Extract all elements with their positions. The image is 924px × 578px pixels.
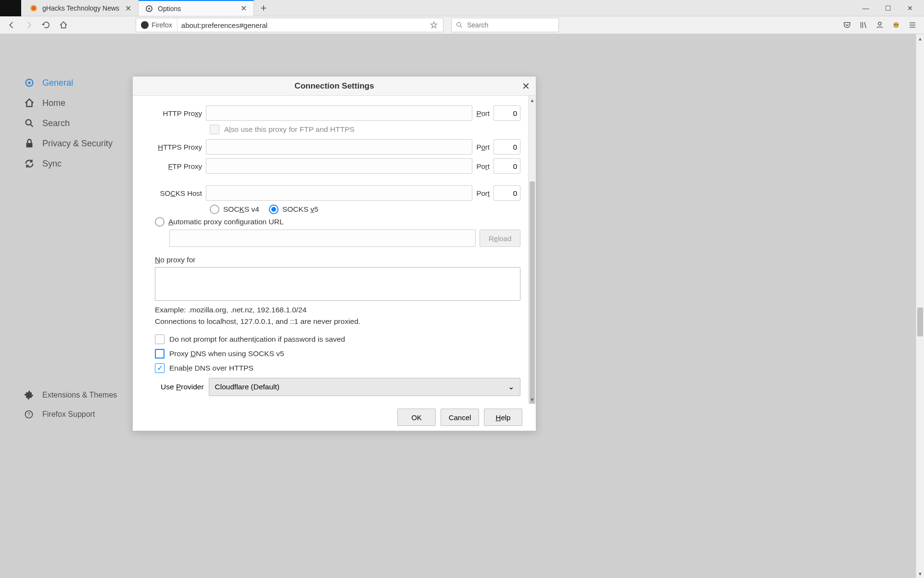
search-bar[interactable] xyxy=(451,18,559,32)
identity-label: Firefox xyxy=(152,21,172,29)
proxy-dns-label: Proxy DNS when using SOCKS v5 xyxy=(169,349,284,358)
star-icon xyxy=(430,21,438,29)
ok-button[interactable]: OK xyxy=(397,409,436,426)
cancel-button[interactable]: Cancel xyxy=(441,409,479,426)
url-bar[interactable]: Firefox xyxy=(136,18,443,32)
dialog-title: Connection Settings xyxy=(294,81,374,91)
favicon-icon xyxy=(30,4,38,12)
chevron-down-icon: ⌄ xyxy=(508,383,514,391)
svg-point-1 xyxy=(31,6,36,11)
socks-version-row: SOCKS v4 SOCKS v5 xyxy=(210,205,520,214)
back-button[interactable] xyxy=(4,17,19,33)
scroll-down-arrow-icon[interactable]: ▼ xyxy=(529,395,536,404)
tab-ghacks[interactable]: gHacks Technology News ✕ xyxy=(23,0,139,16)
ftp-port-input[interactable] xyxy=(494,158,520,174)
auto-proxy-config-label: Automatic proxy configuration URL xyxy=(168,218,284,226)
tab-close-icon[interactable]: ✕ xyxy=(125,4,131,13)
dialog-header: Connection Settings ✕ xyxy=(133,77,536,96)
firefox-logo-icon xyxy=(141,21,149,29)
no-prompt-auth-row: Do not prompt for authentication if pass… xyxy=(155,334,520,344)
ftp-proxy-row: FTP Proxy Port xyxy=(146,158,520,174)
socks-v4-radio[interactable] xyxy=(210,205,219,214)
https-proxy-row: HTTPS Proxy Port xyxy=(146,139,520,154)
forward-button[interactable] xyxy=(21,17,37,33)
provider-value: Cloudflare (Default) xyxy=(215,383,279,391)
close-window-button[interactable]: ✕ xyxy=(899,0,921,16)
monkey-icon xyxy=(892,21,900,29)
no-proxy-textarea[interactable] xyxy=(155,267,520,301)
dialog-body: HTTP Proxy Port Also use this proxy for … xyxy=(133,96,536,404)
content-area: General Home Search Privacy & Security S… xyxy=(0,34,924,578)
auto-proxy-url-row: Reload xyxy=(169,230,520,247)
tab-title: gHacks Technology News xyxy=(42,4,121,12)
new-tab-button[interactable]: + xyxy=(254,0,273,16)
also-use-proxy-checkbox[interactable] xyxy=(210,125,219,134)
tab-close-icon[interactable]: ✕ xyxy=(240,4,247,13)
library-icon xyxy=(859,21,868,29)
proxy-dns-checkbox[interactable] xyxy=(155,349,165,359)
minimize-button[interactable]: — xyxy=(855,0,877,16)
page-scrollbar[interactable]: ▲ ▼ xyxy=(916,34,924,578)
search-input[interactable] xyxy=(467,21,555,29)
https-port-label: Port xyxy=(472,143,494,151)
proxy-dns-row: Proxy DNS when using SOCKS v5 xyxy=(155,349,520,359)
home-button[interactable] xyxy=(56,17,71,33)
dialog-footer: OK Cancel Help xyxy=(133,404,536,431)
http-port-input[interactable] xyxy=(494,105,520,121)
url-input[interactable] xyxy=(177,21,425,29)
svg-point-3 xyxy=(148,8,150,10)
provider-select[interactable]: Cloudflare (Default) ⌄ xyxy=(209,378,520,396)
auto-proxy-config-row: Automatic proxy configuration URL xyxy=(155,217,520,227)
scroll-up-arrow-icon[interactable]: ▲ xyxy=(916,34,924,43)
reload-button[interactable] xyxy=(38,17,54,33)
svg-point-4 xyxy=(457,23,461,26)
bookmark-star-button[interactable] xyxy=(425,21,443,29)
help-button[interactable]: Help xyxy=(484,409,522,426)
library-button[interactable] xyxy=(856,17,871,33)
provider-row: Use Provider Cloudflare (Default) ⌄ xyxy=(161,378,520,396)
ftp-proxy-input[interactable] xyxy=(206,158,472,174)
account-icon xyxy=(875,21,884,29)
svg-point-7 xyxy=(895,24,896,25)
extension-button[interactable] xyxy=(888,17,904,33)
account-button[interactable] xyxy=(872,17,887,33)
scroll-up-arrow-icon[interactable]: ▲ xyxy=(529,96,536,104)
dialog-close-button[interactable]: ✕ xyxy=(522,80,530,92)
use-provider-label: Use Provider xyxy=(161,383,204,391)
no-proxy-localhost-note: Connections to localhost, 127.0.0.1, and… xyxy=(155,317,520,326)
http-proxy-input[interactable] xyxy=(206,105,472,121)
socks-host-row: SOCKS Host Port xyxy=(146,185,520,201)
auto-proxy-config-radio[interactable] xyxy=(155,217,165,227)
http-proxy-row: HTTP Proxy Port xyxy=(146,105,520,121)
tab-options[interactable]: Options ✕ xyxy=(139,0,254,16)
socks-host-input[interactable] xyxy=(206,185,472,201)
scroll-down-arrow-icon[interactable]: ▼ xyxy=(916,569,924,578)
auto-proxy-url-input[interactable] xyxy=(169,230,476,247)
maximize-button[interactable]: ☐ xyxy=(877,0,899,16)
socks-port-input[interactable] xyxy=(494,185,520,201)
also-use-proxy-checkbox-row: Also use this proxy for FTP and HTTPS xyxy=(210,125,520,134)
https-proxy-input[interactable] xyxy=(206,139,472,154)
socks-v5-radio[interactable] xyxy=(269,205,278,214)
no-prompt-auth-checkbox[interactable] xyxy=(155,334,165,344)
ftp-port-label: Port xyxy=(472,162,494,170)
pocket-button[interactable] xyxy=(839,17,855,33)
tab-bar: gHacks Technology News ✕ Options ✕ + xyxy=(0,0,855,16)
svg-point-6 xyxy=(893,22,899,28)
dialog-scrollbar[interactable]: ▲ ▼ xyxy=(528,96,536,404)
svg-point-8 xyxy=(897,24,898,25)
http-proxy-label: HTTP Proxy xyxy=(146,109,206,117)
ftp-proxy-label: FTP Proxy xyxy=(146,162,206,170)
also-use-proxy-label: Also use this proxy for FTP and HTTPS xyxy=(224,125,354,134)
app-menu-button[interactable] xyxy=(905,17,920,33)
https-port-input[interactable] xyxy=(494,139,520,154)
scroll-thumb[interactable] xyxy=(530,181,535,404)
https-proxy-label: HTTPS Proxy xyxy=(146,143,206,151)
identity-box[interactable]: Firefox xyxy=(136,18,177,32)
window-controls: — ☐ ✕ xyxy=(855,0,924,16)
enable-doh-checkbox[interactable]: ✓ xyxy=(155,363,165,373)
enable-doh-row: ✓ Enable DNS over HTTPS xyxy=(155,363,520,373)
reload-proxy-button[interactable]: Reload xyxy=(480,230,520,247)
scroll-thumb[interactable] xyxy=(917,308,923,336)
gear-icon xyxy=(145,5,153,13)
